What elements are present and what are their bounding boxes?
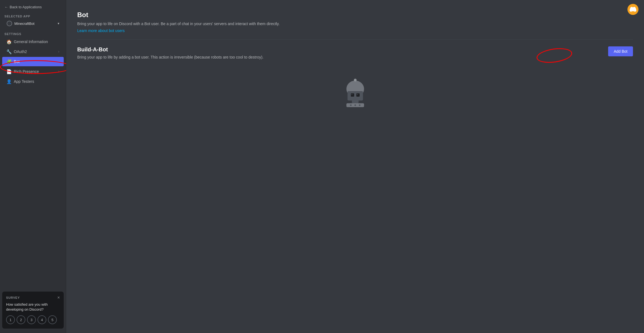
chevron-right-icon-2: ›	[58, 70, 59, 73]
selected-app-label: SELECTED APP	[0, 12, 66, 19]
page-title: Bot	[77, 11, 633, 19]
learn-more-link[interactable]: Learn more about bot users	[77, 28, 125, 33]
survey-title: SURVEY	[6, 296, 20, 299]
svg-rect-3	[356, 93, 360, 97]
build-a-bot-title: Build-A-Bot	[77, 46, 597, 53]
nav-bot[interactable]: 🧩 Bot	[2, 57, 64, 66]
wrench-icon: 🔧	[7, 49, 12, 54]
settings-label: SETTINGS	[0, 28, 66, 37]
page-description: Bring your app to life on Discord with a…	[77, 21, 633, 27]
survey-option-1[interactable]: 1	[6, 315, 15, 324]
survey-option-2[interactable]: 2	[17, 315, 25, 324]
discord-avatar[interactable]	[627, 4, 638, 15]
svg-point-7	[354, 79, 357, 81]
survey-popup: SURVEY × How satisfied are you with deve…	[2, 292, 64, 329]
survey-header: SURVEY ×	[6, 295, 60, 300]
svg-rect-4	[351, 94, 352, 95]
survey-options: 1 2 3 4 5	[6, 315, 60, 324]
nav-label-oauth2: OAuth2	[14, 49, 56, 54]
arrow-left-icon: ←	[4, 5, 8, 9]
nav-general-information[interactable]: 🏠 General Information	[2, 37, 64, 46]
svg-point-10	[350, 104, 352, 106]
build-a-bot-left: Build-A-Bot Bring your app to life by ad…	[77, 46, 597, 60]
nav-label-general-information: General Information	[14, 39, 59, 44]
person-icon: 👤	[7, 79, 12, 84]
survey-option-4[interactable]: 4	[38, 315, 46, 324]
document-icon: 📄	[7, 69, 12, 74]
svg-rect-2	[351, 93, 354, 97]
nav-label-rich-presence: Rich Presence	[14, 69, 56, 74]
build-a-bot-section: Build-A-Bot Bring your app to life by ad…	[77, 46, 633, 60]
survey-question: How satisfied are you with developing on…	[6, 302, 60, 312]
top-bar	[622, 0, 644, 19]
chevron-down-icon: ▾	[58, 22, 59, 25]
nav-label-bot: Bot	[14, 59, 59, 64]
app-icon	[7, 21, 12, 26]
survey-option-3[interactable]: 3	[27, 315, 36, 324]
add-bot-button[interactable]: Add Bot	[608, 46, 633, 56]
back-to-applications-link[interactable]: ← Back to Applications	[0, 3, 66, 12]
bot-svg	[339, 77, 372, 110]
nav-rich-presence[interactable]: 📄 Rich Presence ›	[2, 67, 64, 76]
sidebar: ← Back to Applications SELECTED APP Mine…	[0, 0, 66, 333]
chevron-right-icon: ›	[58, 50, 59, 54]
svg-rect-5	[357, 94, 358, 95]
app-selector[interactable]: MinecraftBot ▾	[2, 19, 64, 28]
svg-rect-1	[348, 91, 363, 101]
puzzle-icon: 🧩	[7, 59, 12, 64]
svg-rect-8	[352, 100, 359, 103]
main-content: Bot Bring your app to life on Discord wi…	[66, 0, 644, 333]
back-link-label: Back to Applications	[10, 5, 42, 9]
bot-illustration	[77, 77, 633, 110]
nav-app-testers[interactable]: 👤 App Testers	[2, 77, 64, 86]
build-a-bot-description: Bring your app to life by adding a bot u…	[77, 54, 270, 60]
discord-icon	[630, 6, 636, 13]
survey-close-button[interactable]: ×	[57, 295, 60, 300]
section-divider	[77, 39, 633, 40]
svg-point-12	[359, 104, 360, 106]
svg-point-11	[354, 104, 356, 106]
app-name: MinecraftBot	[14, 22, 55, 26]
nav-label-app-testers: App Testers	[14, 79, 59, 84]
home-icon: 🏠	[7, 39, 12, 44]
nav-oauth2[interactable]: 🔧 OAuth2 ›	[2, 47, 64, 56]
survey-option-5[interactable]: 5	[48, 315, 57, 324]
